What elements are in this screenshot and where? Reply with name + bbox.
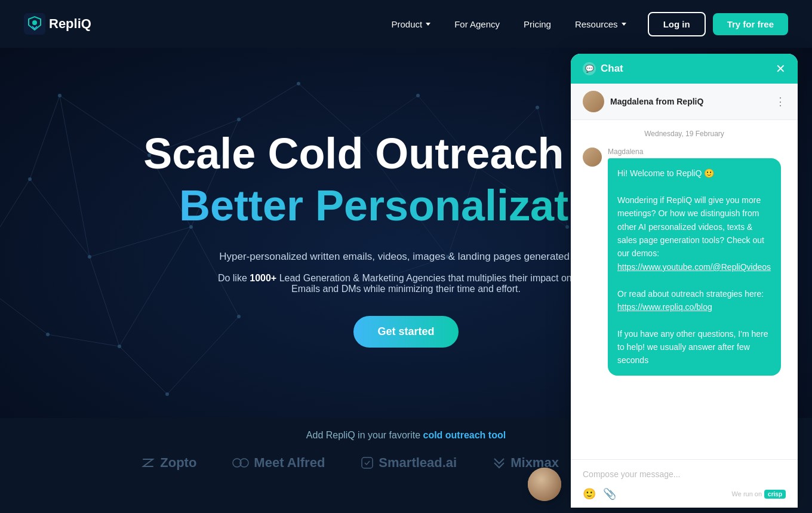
nav-actions: Log in Try for free [648, 12, 788, 36]
svg-point-29 [46, 333, 50, 336]
chat-sender-name: Magdalena [608, 148, 781, 156]
nav-agency[interactable]: For Agency [445, 14, 509, 34]
chat-header: 💬 Chat ✕ [571, 54, 798, 84]
logos-label-highlight: cold outreach tool [423, 430, 506, 440]
chat-close-button[interactable]: ✕ [776, 63, 786, 75]
chat-powered-by: We run on crisp [732, 490, 786, 499]
chat-message-avatar [583, 148, 602, 167]
chat-footer-icons: 🙂 📎 [583, 487, 616, 500]
chevron-down-icon [622, 23, 626, 26]
chevron-down-icon [426, 23, 430, 26]
chat-agent-avatar [583, 91, 604, 112]
svg-point-21 [58, 94, 61, 97]
chat-footer: 🙂 📎 We run on crisp [571, 459, 798, 508]
login-button[interactable]: Log in [648, 12, 706, 36]
svg-point-23 [237, 118, 241, 121]
floating-avatar-image [528, 468, 561, 501]
nav-resources[interactable]: Resources [565, 14, 636, 34]
nav-links: Product For Agency Pricing Resources [382, 14, 635, 34]
chat-agent-name: Magdalena from RepliQ [610, 97, 703, 106]
hero-description: Hyper-personalized written emails, video… [197, 248, 615, 265]
svg-point-25 [88, 255, 91, 259]
social-proof-count: 1000+ [250, 273, 276, 283]
chat-message-input[interactable] [583, 467, 786, 481]
chat-emoji-button[interactable]: 🙂 [583, 487, 596, 500]
hero-social-proof: Do like 1000+ Lead Generation & Marketin… [215, 273, 597, 294]
navigation: RepliQ Product For Agency Pricing Resour… [0, 0, 812, 48]
chat-date-label: Wednesday, 19 February [583, 130, 786, 138]
try-free-button[interactable]: Try for free [713, 13, 788, 35]
svg-point-28 [118, 345, 121, 348]
chat-youtube-link[interactable]: https://www.youtube.com/@RepliQvideos [617, 262, 771, 272]
brand-name: RepliQ [49, 16, 91, 32]
chat-attach-button[interactable]: 📎 [603, 487, 616, 500]
brand-meet-alfred: Meet Alfred [232, 455, 325, 471]
svg-point-26 [28, 177, 32, 181]
svg-rect-48 [362, 457, 373, 468]
svg-point-27 [297, 82, 300, 85]
crisp-badge: crisp [764, 490, 786, 499]
chat-options-button[interactable]: ⋮ [775, 95, 786, 108]
chat-footer-actions: 🙂 📎 We run on crisp [583, 487, 786, 500]
floating-avatar[interactable] [528, 468, 561, 501]
chat-bubble: Hi! Welcome to RepliQ 🙂 Wondering if Rep… [608, 158, 781, 376]
brand-zopto: Zopto [141, 455, 196, 471]
nav-pricing[interactable]: Pricing [514, 14, 561, 34]
svg-point-1 [32, 20, 37, 25]
chat-subheader: Magdalena from RepliQ ⋮ [571, 84, 798, 120]
chat-bubble-icon: 💬 [583, 62, 596, 75]
chat-body: Wednesday, 19 February Magdalena Hi! Wel… [571, 120, 798, 459]
chat-widget: 💬 Chat ✕ Magdalena from RepliQ ⋮ Wednesd… [571, 54, 798, 508]
brand-logo[interactable]: RepliQ [24, 13, 91, 35]
svg-point-31 [165, 392, 169, 396]
brand-smartlead: Smartlead.ai [361, 455, 457, 471]
chat-blog-link[interactable]: https://www.repliq.co/blog [617, 302, 712, 312]
chat-message-row: Magdalena Hi! Welcome to RepliQ 🙂 Wonder… [583, 148, 786, 376]
chat-message-content: Magdalena Hi! Welcome to RepliQ 🙂 Wonder… [608, 148, 781, 376]
chat-header-title: 💬 Chat [583, 62, 623, 75]
get-started-button[interactable]: Get started [353, 316, 458, 348]
nav-product[interactable]: Product [382, 14, 440, 34]
